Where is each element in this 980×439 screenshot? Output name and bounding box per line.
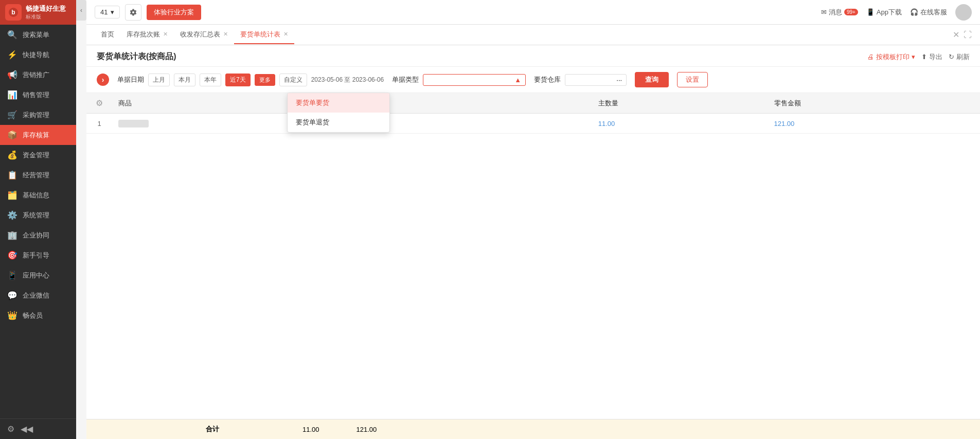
sidebar-item-search[interactable]: 🔍 搜索菜单	[0, 25, 76, 45]
chevron-down-icon: ▾	[111, 8, 114, 16]
type-filter-label: 单据类型	[392, 75, 419, 84]
sidebar-item-label: 销售管理	[23, 90, 49, 100]
table-container: ⚙ 商品 主计量单位 主数量 零售金额 1 ████ ██ 块	[86, 93, 980, 419]
amount-link[interactable]: 121.00	[774, 120, 795, 127]
refresh-label: 刷新	[956, 52, 970, 62]
promo-button[interactable]: 体验行业方案	[147, 5, 201, 20]
quantity-link[interactable]: 11.00	[598, 120, 615, 127]
chevron-up-icon: ▲	[514, 76, 521, 84]
message-label: 消息	[829, 8, 842, 17]
type-dropdown-menu: 要货单要货 要货单退货	[287, 93, 390, 133]
more-date-btn[interactable]: 更多	[255, 74, 275, 86]
message-button[interactable]: ✉ 消息 99+	[821, 8, 858, 17]
topbar-gear-button[interactable]	[125, 4, 141, 21]
chart-icon: 📊	[7, 90, 17, 100]
sidebar-item-label: 应用中心	[23, 271, 49, 280]
type-filter-group: 单据类型 ▲	[392, 74, 526, 86]
sidebar-item-label: 经营管理	[23, 171, 49, 180]
filter-toggle[interactable]: ›	[97, 74, 109, 86]
footer-label: 合计	[206, 425, 219, 434]
print-button[interactable]: 🖨 按模板打印 ▾	[867, 52, 915, 62]
topbar-right: ✉ 消息 99+ 📱 App下载 🎧 在线客服	[821, 4, 972, 21]
tab-home-label: 首页	[101, 30, 114, 39]
sidebar-item-appstore[interactable]: 📱 应用中心	[0, 265, 76, 285]
sidebar-item-system[interactable]: ⚙️ 系统管理	[0, 205, 76, 225]
sidebar-item-wechat[interactable]: 💬 企业微信	[0, 285, 76, 305]
phone-icon: 📱	[866, 8, 875, 16]
type-select[interactable]: ▲	[423, 74, 526, 86]
column-settings-icon[interactable]: ⚙	[96, 99, 103, 107]
tab-batch[interactable]: 库存批次账 ✕	[120, 26, 174, 44]
export-button[interactable]: ⬆ 导出	[921, 52, 942, 62]
sidebar-item-operations[interactable]: 📋 经营管理	[0, 165, 76, 185]
tab-home[interactable]: 首页	[95, 26, 120, 44]
refresh-button[interactable]: ↻ 刷新	[949, 52, 970, 62]
topbar-left: 41 ▾ 体验行业方案	[95, 4, 201, 21]
sidebar-item-enterprise[interactable]: 🏢 企业协同	[0, 225, 76, 245]
tab-order-stats-close[interactable]: ✕	[283, 31, 288, 38]
sidebar-item-marketing[interactable]: 📢 营销推广	[0, 65, 76, 85]
more-icon: ···	[616, 76, 622, 84]
warehouse-filter-group: 要货仓库 ···	[534, 74, 627, 86]
footer-amount: 121.00	[357, 426, 377, 433]
sidebar-item-label: 系统管理	[23, 211, 49, 220]
close-all-icon[interactable]: ✕	[953, 30, 959, 40]
export-label: 导出	[929, 52, 942, 62]
page-header: 要货单统计表(按商品) 🖨 按模板打印 ▾ ⬆ 导出 ↻ 刷新	[86, 45, 980, 67]
footer-quantity: 11.00	[302, 426, 319, 433]
page-title: 要货单统计表(按商品)	[97, 51, 176, 62]
sidebar-item-label: 畅会员	[23, 311, 43, 320]
last-month-btn[interactable]: 上月	[148, 74, 170, 86]
sidebar-item-purchase[interactable]: 🛒 采购管理	[0, 105, 76, 125]
warehouse-select[interactable]: ···	[565, 74, 627, 86]
brand-sub: 标准版	[26, 13, 66, 21]
tab-batch-close[interactable]: ✕	[163, 31, 168, 38]
topbar: 41 ▾ 体验行业方案 ✉ 消息 99+ 📱 App下载 🎧 在线	[86, 0, 980, 25]
gear-icon: ⚙️	[7, 210, 17, 220]
date-filter-group: 单据日期 上月 本月 本年 近7天 更多 自定义 2023-05-06 至 20…	[117, 74, 384, 86]
tab-order-stats[interactable]: 要货单统计表 ✕	[234, 26, 294, 44]
settings-button[interactable]: 设置	[677, 72, 708, 87]
app-logo: b	[5, 4, 22, 21]
target-icon: 🎯	[7, 250, 17, 260]
export-icon: ⬆	[921, 53, 927, 61]
online-service-button[interactable]: 🎧 在线客服	[910, 8, 947, 17]
user-avatar[interactable]	[955, 4, 972, 21]
tab-batch-label: 库存批次账	[127, 30, 160, 39]
settings-icon[interactable]: ⚙	[7, 424, 14, 434]
sidebar-collapse-handle[interactable]: ‹	[76, 0, 86, 21]
last-7-days-btn[interactable]: 近7天	[225, 74, 251, 86]
date-range-display: 2023-05-06 至 2023-06-06	[311, 76, 384, 84]
tab-receivables-label: 收发存汇总表	[180, 30, 220, 39]
app-download-button[interactable]: 📱 App下载	[866, 8, 902, 17]
expand-icon[interactable]: ⛶	[964, 30, 972, 40]
sidebar-item-inventory[interactable]: 📦 库存核算	[0, 125, 76, 145]
phone-icon: 📱	[7, 270, 17, 280]
sidebar-item-quicknav[interactable]: ⚡ 快捷导航	[0, 45, 76, 65]
sidebar-item-guide[interactable]: 🎯 新手引导	[0, 245, 76, 265]
tab-receivables[interactable]: 收发存汇总表 ✕	[174, 26, 234, 44]
crown-icon: 👑	[7, 310, 17, 320]
dropdown-item-return[interactable]: 要货单退货	[288, 113, 389, 132]
collapse-icon[interactable]: ◀◀	[21, 424, 33, 434]
sidebar-item-basic[interactable]: 🗂️ 基础信息	[0, 185, 76, 205]
query-button[interactable]: 查询	[635, 72, 669, 87]
sidebar-item-finance[interactable]: 💰 资金管理	[0, 145, 76, 165]
sidebar-item-sales[interactable]: 📊 销售管理	[0, 85, 76, 105]
dropdown-item-goods[interactable]: 要货单要货	[288, 93, 389, 113]
col-settings[interactable]: ⚙	[86, 93, 112, 114]
tab-receivables-close[interactable]: ✕	[223, 31, 228, 38]
main-content: 41 ▾ 体验行业方案 ✉ 消息 99+ 📱 App下载 🎧 在线	[86, 0, 980, 439]
money-icon: 💰	[7, 150, 17, 160]
page-actions: 🖨 按模板打印 ▾ ⬆ 导出 ↻ 刷新	[867, 52, 970, 62]
store-selector[interactable]: 41 ▾	[95, 6, 120, 19]
sidebar: b 畅捷通好生意 标准版 🔍 搜索菜单 ⚡ 快捷导航 📢 营销推广 📊 销售管理…	[0, 0, 76, 439]
sidebar-item-member[interactable]: 👑 畅会员	[0, 305, 76, 325]
this-month-btn[interactable]: 本月	[174, 74, 195, 86]
table-footer: 合计 11.00 121.00	[86, 419, 980, 439]
chevron-down-icon: ▾	[912, 53, 915, 61]
date-filter-label: 单据日期	[117, 75, 144, 84]
custom-date-btn[interactable]: 自定义	[279, 74, 307, 86]
this-year-btn[interactable]: 本年	[200, 74, 221, 86]
table-row: 1 ████ ██ 块 11.00 121.00	[86, 114, 980, 134]
